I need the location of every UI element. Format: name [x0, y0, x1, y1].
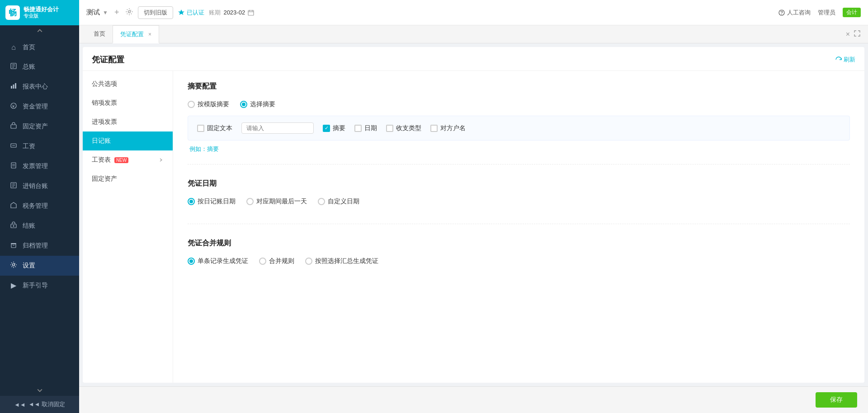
checkbox-income-type[interactable]: 收支类型 [386, 124, 421, 132]
close-tab-button[interactable]: × [148, 31, 151, 38]
sidebar-item-guide[interactable]: ▶ 新手引导 [0, 276, 79, 295]
switch-to-old-button[interactable]: 切到旧版 [138, 6, 173, 19]
sidebar-item-label: 发票管理 [23, 162, 48, 170]
merge-title: 凭证合并规则 [188, 239, 850, 248]
consult-button[interactable]: 人工咨询 [778, 9, 811, 17]
sidebar-item-label: 税务管理 [23, 202, 48, 210]
date-radio-period-end[interactable]: 对应期间最后一天 [246, 197, 307, 206]
sidebar-item-label: 固定资产 [23, 122, 48, 131]
date-radio-journal[interactable]: 按日记账日期 [188, 197, 236, 206]
svg-point-25 [128, 10, 131, 13]
sidebar-item-close[interactable]: 结账 [0, 216, 79, 236]
fullscreen-button[interactable] [854, 30, 861, 39]
svg-point-20 [13, 225, 14, 227]
sidebar-item-label: 工资 [23, 142, 35, 150]
sidebar-item-ledger[interactable]: 总账 [0, 57, 79, 77]
inner-layout: 公共选项 销项发票 进项发票 日记账 工资表 NEW [83, 71, 864, 383]
new-badge: NEW [114, 157, 128, 163]
merge-radio-aggregate[interactable]: 按照选择汇总生成凭证 [305, 257, 378, 265]
summary-radio-group: 按模版摘要 选择摘要 [188, 100, 850, 108]
sidebar-item-home[interactable]: ⌂ 首页 [0, 38, 79, 57]
archive-icon [9, 241, 18, 250]
svg-point-24 [13, 264, 15, 266]
tab-home-label: 首页 [94, 30, 105, 38]
sidebar-item-label: 资金管理 [23, 103, 48, 111]
sidebar-scroll-down[interactable] [0, 385, 79, 396]
sidebar-item-funds[interactable]: ¥ 资金管理 [0, 97, 79, 117]
tab-actions: × [846, 30, 861, 39]
close-panel-button[interactable]: × [846, 30, 850, 39]
page-title: 凭证配置 [92, 54, 124, 65]
sidebar-scroll-up[interactable] [0, 25, 79, 36]
date-section: 凭证日期 按日记账日期 对应期间最后一天 自定义日期 [188, 179, 850, 224]
svg-rect-9 [11, 125, 16, 128]
role-badge: 会计 [843, 8, 861, 17]
radio-circle-period-end [246, 198, 254, 205]
sidebar-item-tax[interactable]: 税务管理 [0, 196, 79, 216]
merge-radio-group: 单条记录生成凭证 合并规则 按照选择汇总生成凭证 [188, 257, 850, 265]
assets-icon [9, 122, 18, 131]
merge-radio-single[interactable]: 单条记录生成凭证 [188, 257, 248, 265]
summary-section: 摘要配置 按模版摘要 选择摘要 [188, 82, 850, 164]
sidebar-item-sales[interactable]: 进销台账 [0, 176, 79, 196]
radio-circle-journal [188, 198, 195, 205]
sidebar-item-label: 设置 [23, 262, 35, 270]
company-selector[interactable]: 测试 ▼ [86, 8, 108, 17]
sidebar-item-archive[interactable]: 归档管理 [0, 236, 79, 256]
svg-rect-26 [248, 10, 254, 15]
example-text: 例如：摘要 [188, 145, 850, 153]
menu-item-purchase-invoice[interactable]: 进项发票 [83, 113, 173, 131]
topbar-right: 人工咨询 管理员 会计 [778, 8, 861, 17]
menu-item-journal[interactable]: 日记账 [83, 131, 173, 150]
checkbox-counterpart[interactable]: 对方户名 [430, 124, 466, 132]
sidebar-unfix-button[interactable]: ◄◄ ◄◄ 取消固定 [0, 396, 79, 413]
right-panel: 摘要配置 按模版摘要 选择摘要 [173, 71, 864, 383]
svg-rect-4 [11, 86, 12, 89]
admin-label[interactable]: 管理员 [818, 9, 835, 17]
merge-radio-rules[interactable]: 合并规则 [259, 257, 294, 265]
save-button[interactable]: 保存 [816, 392, 857, 408]
unfix-icon: ◄◄ [14, 401, 26, 408]
checkbox-date[interactable]: 日期 [354, 124, 377, 132]
logo-icon: 畅 [5, 5, 20, 20]
invoices-icon [9, 162, 18, 171]
content-area: 凭证配置 刷新 公共选项 销项发票 进项发票 日记账 [83, 47, 864, 383]
radio-circle-template [188, 101, 195, 108]
menu-item-public[interactable]: 公共选项 [83, 75, 173, 94]
radio-circle-single [188, 258, 195, 265]
period-selector[interactable]: 账期 2023-02 [209, 9, 254, 17]
topbar-settings-icon[interactable] [125, 8, 133, 18]
fixed-text-input[interactable] [241, 122, 314, 134]
menu-item-sales-invoice[interactable]: 销项发票 [83, 94, 173, 113]
sidebar-item-reports[interactable]: 报表中心 [0, 77, 79, 97]
content-header: 凭证配置 刷新 [83, 47, 864, 71]
checkbox-box-fixed [197, 125, 204, 132]
checkbox-fixed-text[interactable]: 固定文本 [197, 124, 232, 132]
summary-radio-template[interactable]: 按模版摘要 [188, 100, 229, 108]
checkbox-summary[interactable]: 摘要 [323, 124, 345, 132]
company-dropdown-icon: ▼ [103, 9, 108, 16]
date-radio-group: 按日记账日期 对应期间最后一天 自定义日期 [188, 197, 850, 206]
menu-item-fixed-assets[interactable]: 固定资产 [83, 169, 173, 188]
summary-checkbox-row: 固定文本 摘要 日期 收支类型 [188, 116, 850, 141]
date-radio-custom[interactable]: 自定义日期 [318, 197, 359, 206]
tab-home[interactable]: 首页 [86, 25, 113, 43]
svg-text:¥: ¥ [12, 104, 15, 108]
sidebar-item-settings[interactable]: 设置 [0, 256, 79, 276]
tab-voucher-config[interactable]: 凭证配置 × [113, 25, 159, 43]
sidebar-item-assets[interactable]: 固定资产 [0, 117, 79, 136]
refresh-button[interactable]: 刷新 [835, 56, 855, 64]
add-company-button[interactable]: + [113, 8, 121, 17]
sidebar-item-payroll[interactable]: 工资 [0, 136, 79, 156]
checkbox-box-counterpart [430, 125, 438, 132]
payroll-table-label: 工资表 NEW [92, 156, 128, 164]
sidebar-nav: ⌂ 首页 总账 报表中心 ¥ 资金管理 固定资产 [0, 36, 79, 385]
guide-icon: ▶ [9, 281, 18, 290]
sidebar-item-invoices[interactable]: 发票管理 [0, 156, 79, 176]
tab-active-label: 凭证配置 [120, 30, 144, 38]
sales-icon [9, 182, 18, 191]
summary-radio-select[interactable]: 选择摘要 [240, 100, 275, 108]
menu-item-payroll-table[interactable]: 工资表 NEW [83, 150, 173, 169]
certified-badge: 已认证 [178, 9, 204, 17]
app-edition: 专业版 [24, 13, 59, 19]
